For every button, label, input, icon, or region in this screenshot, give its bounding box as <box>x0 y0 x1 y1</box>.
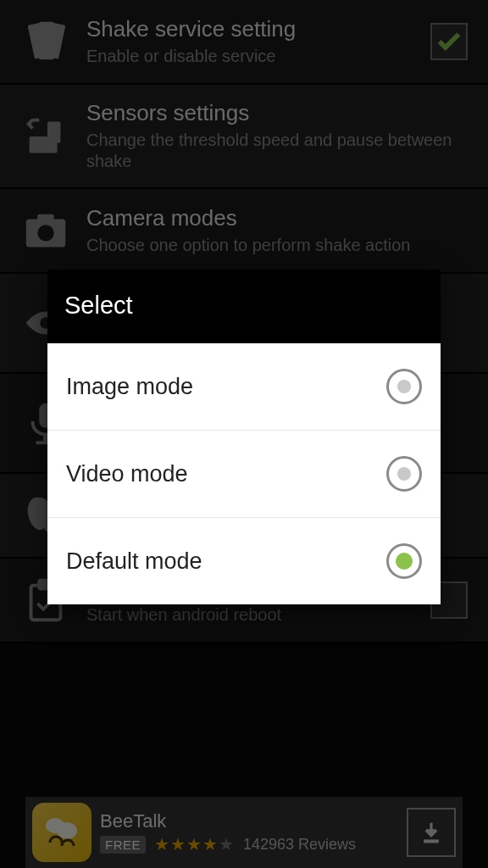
setting-camera-modes[interactable]: Camera modes Choose one option to perfor… <box>0 189 488 274</box>
option-label: Image mode <box>66 374 193 400</box>
svg-rect-16 <box>424 840 439 843</box>
setting-shake-service[interactable]: Shake service setting Enable or disable … <box>0 0 488 85</box>
dialog-option-video-mode[interactable]: Video mode <box>47 431 441 518</box>
svg-rect-4 <box>47 121 61 142</box>
option-label: Video mode <box>66 461 188 487</box>
shake-icon <box>10 15 81 68</box>
setting-text: Sensors settings Change the threshold sp… <box>81 100 474 172</box>
ad-meta: FREE ★★★★★ 142963 Reviews <box>100 834 398 854</box>
setting-text: Camera modes Choose one option to perfor… <box>81 205 474 256</box>
option-label: Default mode <box>66 548 202 575</box>
dialog-title: Select <box>47 270 441 343</box>
svg-rect-6 <box>37 214 53 223</box>
ad-badge: FREE <box>100 836 146 854</box>
radio-inner <box>397 380 411 393</box>
sensor-icon <box>10 110 81 163</box>
setting-subtitle: Enable or disable service <box>86 46 419 67</box>
setting-title: Shake service setting <box>86 16 419 42</box>
radio-video-mode[interactable] <box>386 456 422 492</box>
ad-title: BeeTalk <box>100 810 398 832</box>
setting-subtitle: Choose one option to perform shake actio… <box>86 235 469 256</box>
setting-title: Camera modes <box>86 205 469 231</box>
setting-text: Shake service setting Enable or disable … <box>81 16 424 67</box>
radio-image-mode[interactable] <box>386 369 422 404</box>
settings-screen: Shake service setting Enable or disable … <box>0 0 488 868</box>
radio-inner <box>396 553 413 570</box>
ad-reviews: 142963 Reviews <box>243 836 356 854</box>
ad-app-icon <box>32 803 92 862</box>
setting-subtitle: Change the threshold speed and pause bet… <box>86 130 469 172</box>
radio-inner <box>397 467 411 481</box>
camera-icon <box>10 204 81 257</box>
setting-title: Sensors settings <box>86 100 469 126</box>
ad-body: BeeTalk FREE ★★★★★ 142963 Reviews <box>100 810 398 854</box>
dialog-option-image-mode[interactable]: Image mode <box>47 343 441 431</box>
setting-subtitle: Start when android reboot <box>86 604 419 626</box>
select-dialog: Select Image mode Video mode Default mod… <box>47 270 441 604</box>
check-icon <box>435 27 463 56</box>
setting-action <box>424 23 474 60</box>
setting-sensors[interactable]: Sensors settings Change the threshold sp… <box>0 85 488 189</box>
download-icon <box>419 820 444 845</box>
checkbox-shake[interactable] <box>430 23 468 60</box>
dialog-option-default-mode[interactable]: Default mode <box>47 518 441 604</box>
radio-default-mode[interactable] <box>386 543 422 579</box>
svg-point-7 <box>37 225 53 241</box>
ad-banner[interactable]: BeeTalk FREE ★★★★★ 142963 Reviews <box>25 797 463 868</box>
ad-stars: ★★★★★ <box>154 834 235 854</box>
download-button[interactable] <box>407 808 456 857</box>
